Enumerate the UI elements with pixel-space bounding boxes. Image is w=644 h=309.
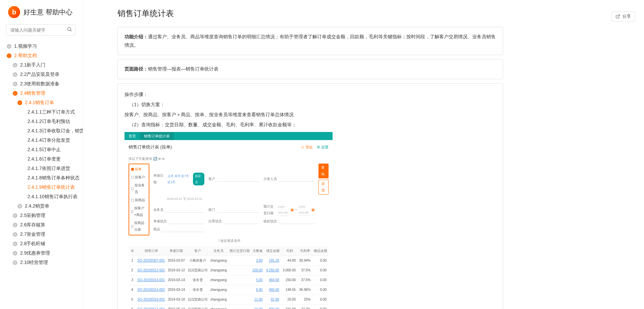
set-btn: 设置 xyxy=(318,180,329,194)
expand-icon: + xyxy=(17,204,22,209)
nav-item[interactable]: +2.10经营管理 xyxy=(0,258,82,267)
nav-item[interactable]: +2.9优惠券管理 xyxy=(0,249,82,258)
nav-label: 2.4.1.7依照订单进货 xyxy=(28,166,70,172)
nav-label: 2.4.1.2订单毛利预估 xyxy=(28,119,70,125)
scheme-box: 按单按客户按业务员按商品按客户+商品按商品分类 xyxy=(129,164,149,235)
expand-icon: + xyxy=(13,223,17,227)
step2-text: 交货日期、数量、成交金额、毛利、毛利率、累计收款金额等； xyxy=(165,122,296,127)
expand-icon: + xyxy=(13,232,17,237)
nav-label: 2.4.1.8销售订单各种状态 xyxy=(28,175,80,181)
steps-section: 操作步骤： （1）切换方案： 按客户、按商品、按客户＋商品、按单、按业务员等维度… xyxy=(117,83,503,309)
nav-label: 2.7资金管理 xyxy=(20,231,45,237)
nav-item[interactable]: +2.2产品安装及登录 xyxy=(0,70,82,79)
main-content: 销售订单统计表 功能介绍：通过客户、业务员、商品等维度查询销售订单的明细汇总情况… xyxy=(83,0,644,309)
nav-item[interactable]: +2.1新手入门 xyxy=(0,60,82,70)
search-box xyxy=(6,24,76,36)
svg-line-1 xyxy=(70,30,71,31)
expand-icon: + xyxy=(13,213,17,218)
nav-label: 2.9优惠券管理 xyxy=(20,250,50,256)
step2-label: （2）查询指标： xyxy=(129,122,165,127)
svg-point-0 xyxy=(68,28,71,31)
expand-icon: + xyxy=(13,260,17,265)
nav-label: 2.1新手入门 xyxy=(20,62,45,68)
nav-item[interactable]: 2.4.1.6订单变更 xyxy=(0,154,82,164)
collapse-bar: 《 收起更多条件 xyxy=(129,235,329,246)
brand: b 好生意 帮助中心 xyxy=(0,0,82,24)
nav-label: 2.4.2销货单 xyxy=(25,203,49,209)
collapse-icon: − xyxy=(7,53,11,58)
expand-icon: + xyxy=(7,44,11,49)
collapse-icon: − xyxy=(17,100,22,105)
nav-label: 2.4.1.10销售订单执行表 xyxy=(28,194,78,200)
nav-label: 2.帮助文档 xyxy=(14,53,37,59)
nav-item[interactable]: −2.帮助文档 xyxy=(0,51,82,60)
intro-card: 功能介绍：通过客户、业务员、商品等维度查询销售订单的明细汇总情况；有助于管理者了… xyxy=(117,27,503,55)
nav-label: 2.4.1.3订单收取订金，销货单 xyxy=(28,128,83,134)
nav-label: 2.4.1.6订单变更 xyxy=(28,156,61,162)
nav-label: 2.4.1.9销售订单统计表 xyxy=(28,184,75,190)
nav-label: 2.5采购管理 xyxy=(20,213,45,219)
nav-item[interactable]: −2.4.1销售订单 xyxy=(0,98,82,107)
nav-label: 1.视频学习 xyxy=(14,43,37,49)
nav-item[interactable]: +2.4.2销货单 xyxy=(0,202,82,211)
scheme-label: 按以下方案查询 xyxy=(129,157,152,161)
expand-icon: + xyxy=(13,63,17,68)
nav-item[interactable]: +1.视频学习 xyxy=(0,42,82,51)
shot-tab-active: 销售订单统计表 xyxy=(140,132,174,140)
expand-icon: + xyxy=(13,82,17,86)
path-label: 页面路径： xyxy=(125,66,148,72)
share-icon xyxy=(615,14,620,19)
path-text: 销售管理—报表—销售订单统计表 xyxy=(148,66,218,72)
intro-label: 功能介绍： xyxy=(125,34,148,39)
page-title: 销售订单统计表 xyxy=(117,8,503,19)
nav-item[interactable]: +2.5采购管理 xyxy=(0,211,82,220)
nav-label: 2.8手机旺铺 xyxy=(20,241,45,247)
setting-link: ⚙ 设置 xyxy=(317,143,329,151)
nav-item[interactable]: 2.4.1.1三种下订单方式 xyxy=(0,107,82,117)
collapse-icon: − xyxy=(13,91,17,96)
svg-line-2 xyxy=(617,15,620,17)
nav-item[interactable]: 2.4.1.2订单毛利预估 xyxy=(0,117,82,126)
nav-item[interactable]: +2.3使用前数据准备 xyxy=(0,79,82,89)
query-btn: 查询 xyxy=(318,164,329,178)
nav-item[interactable]: +2.7资金管理 xyxy=(0,230,82,239)
nav-item[interactable]: 2.4.1.9销售订单统计表 xyxy=(0,183,82,192)
intro-text: 通过客户、业务员、商品等维度查询销售订单的明细汇总情况；有助于管理者了解订单成交… xyxy=(125,34,496,48)
logo-icon: b xyxy=(8,6,20,18)
nav-label: 2.6库存核算 xyxy=(20,222,45,228)
export-link: ☆ 导出 xyxy=(301,143,313,151)
nav-label: 2.4.1.1三种下订单方式 xyxy=(28,109,75,115)
nav-item[interactable]: 2.4.1.8销售订单各种状态 xyxy=(0,173,82,183)
nav-item[interactable]: +2.8手机旺铺 xyxy=(0,239,82,249)
data-table: ⚙销售订单单据日期客户业务员预计交货日期主数量成交金额毛利毛利率赠品金额1SO-… xyxy=(129,246,329,309)
nav-label: 2.10经营管理 xyxy=(20,260,48,266)
nav-label: 2.4.1.4订单分批发货 xyxy=(28,137,70,143)
nav-tree: +1.视频学习−2.帮助文档+2.1新手入门+2.2产品安装及登录+2.3使用前… xyxy=(0,40,82,277)
path-card: 页面路径：销售管理—报表—销售订单统计表 xyxy=(117,59,503,79)
nav-label: 2.2产品安装及登录 xyxy=(20,72,59,78)
nav-item[interactable]: 2.4.1.7依照订单进货 xyxy=(0,164,82,173)
nav-item[interactable]: −2.4销售管理 xyxy=(0,89,82,98)
nav-label: 2.3使用前数据准备 xyxy=(20,81,59,87)
step1-text: 按客户、按商品、按客户＋商品、按单、按业务员等维度来查看销售订单总体情况 xyxy=(125,110,496,119)
brand-title: 好生意 帮助中心 xyxy=(23,8,72,17)
share-button[interactable]: 分享 xyxy=(611,11,635,21)
step1-label: （1）切换方案： xyxy=(125,100,496,109)
steps-title: 操作步骤： xyxy=(125,90,496,99)
nav-item[interactable]: 2.4.1.5订单中止 xyxy=(0,145,82,154)
nav-label: 2.4.1销售订单 xyxy=(25,100,54,106)
nav-item[interactable]: +2.6库存核算 xyxy=(0,220,82,230)
search-input[interactable] xyxy=(6,24,76,36)
expand-icon: + xyxy=(13,251,17,256)
expand-icon: + xyxy=(13,72,17,77)
nav-label: 2.4销售管理 xyxy=(20,90,45,96)
nav-item[interactable]: 2.4.1.4订单分批发货 xyxy=(0,136,82,145)
screenshot-1: 首页 销售订单统计表 销售订单统计表 (按单) ☆ 导出 ⚙ 设置 按以下方案查… xyxy=(125,132,333,309)
shot-title: 销售订单统计表 (按单) xyxy=(129,143,172,151)
sidebar: b 好生意 帮助中心 +1.视频学习−2.帮助文档+2.1新手入门+2.2产品安… xyxy=(0,0,83,309)
expand-icon: + xyxy=(13,241,17,246)
share-label: 分享 xyxy=(622,13,631,19)
search-icon[interactable] xyxy=(67,27,72,33)
nav-item[interactable]: 2.4.1.3订单收取订金，销货单 xyxy=(0,126,82,136)
nav-item[interactable]: 2.4.1.10销售订单执行表 xyxy=(0,192,82,202)
